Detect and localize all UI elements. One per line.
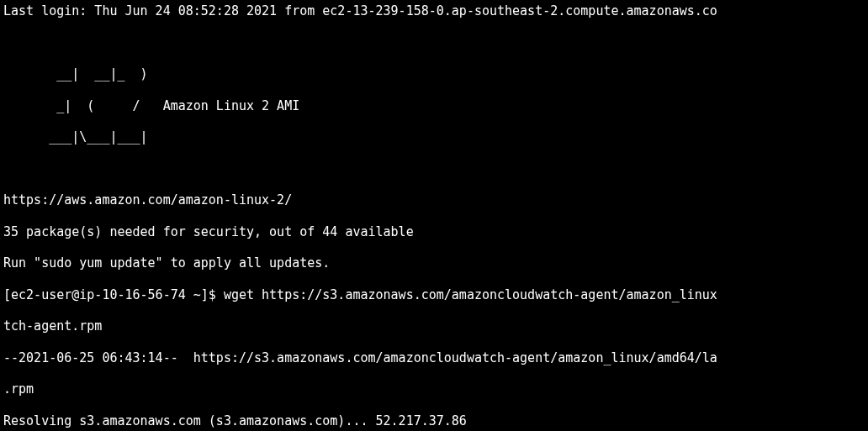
wget-timestamp-line: --2021-06-25 06:43:14-- https://s3.amazo…: [3, 350, 865, 366]
ascii-art-line-3: ___|\___|___|: [3, 129, 865, 145]
amazon-linux-url: https://aws.amazon.com/amazon-linux-2/: [3, 192, 865, 208]
wget-timestamp-line-wrap: .rpm: [3, 381, 865, 397]
blank-line: [3, 161, 865, 177]
terminal-output[interactable]: Last login: Thu Jun 24 08:52:28 2021 fro…: [0, 0, 868, 431]
ascii-art-line-1: __| __|_ ): [3, 66, 865, 82]
wget-command-line-wrap: tch-agent.rpm: [3, 318, 865, 334]
last-login-line: Last login: Thu Jun 24 08:52:28 2021 fro…: [3, 3, 865, 19]
ascii-art-line-2: _| ( / Amazon Linux 2 AMI: [3, 98, 865, 114]
wget-command-line: [ec2-user@ip-10-16-56-74 ~]$ wget https:…: [3, 287, 865, 303]
blank-line: [3, 35, 865, 51]
resolving-line: Resolving s3.amazonaws.com (s3.amazonaws…: [3, 413, 865, 429]
yum-update-line: Run "sudo yum update" to apply all updat…: [3, 255, 865, 271]
security-packages-line: 35 package(s) needed for security, out o…: [3, 224, 865, 240]
